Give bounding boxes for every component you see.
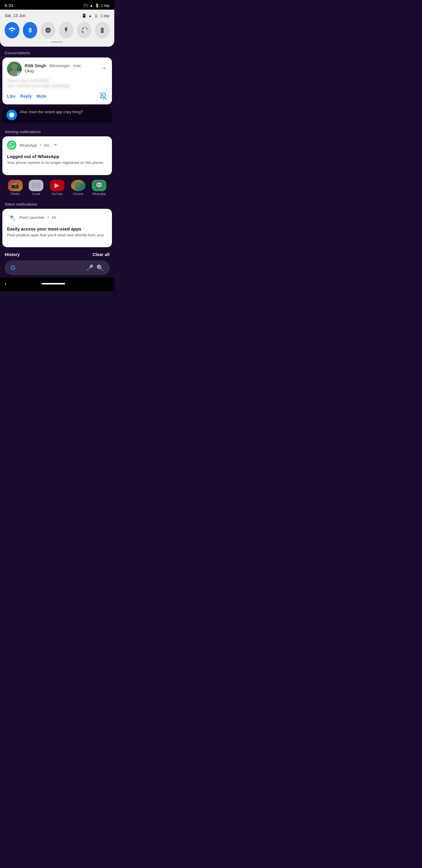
pixel-launcher-notif-body: Pixel predicts apps that you'll need nex… xyxy=(7,232,107,243)
mute-button[interactable]: Mute xyxy=(37,92,51,100)
battery-status-row: 📳 ▲ 🔋 1 day xyxy=(82,13,109,18)
bg-chat-bubble: Also, tried the recent app copy thing? xyxy=(2,107,112,123)
messenger-collapse-button[interactable] xyxy=(101,65,107,73)
google-g-icon: G xyxy=(10,264,15,272)
messenger-notif-left: Ritik Singh · Messenger · now Okay xyxy=(7,62,80,76)
messenger-badge xyxy=(17,71,22,76)
quick-settings-date-row: Sat, 13 Jun 📳 ▲ 🔋 1 day xyxy=(5,13,109,18)
whatsapp-app-name: WhatsApp xyxy=(19,143,37,148)
whatsapp-notification-card: WhatsApp • 6m Logged out of WhatsApp You… xyxy=(2,136,112,175)
messenger-notif-title: Ritik Singh · Messenger · now xyxy=(25,63,80,68)
battery-label-qs: 1 day xyxy=(100,13,109,18)
messenger-app-name: · Messenger · xyxy=(47,63,73,68)
messenger-blurred-preview: Please send screenshots Also, tried the … xyxy=(7,78,107,89)
svg-line-0 xyxy=(100,93,107,100)
battery-saver-toggle[interactable] xyxy=(95,22,109,38)
battery-label: 1 day xyxy=(101,3,109,8)
bg-app-youtube-label: YouTube xyxy=(51,192,63,195)
bg-chat-text: Also, tried the recent app copy thing? xyxy=(20,110,83,114)
quick-settings-panel: Sat, 13 Jun 📳 ▲ 🔋 1 day xyxy=(0,10,114,46)
nav-home-pill[interactable] xyxy=(42,283,65,284)
bottom-bar: History Clear all xyxy=(0,250,114,258)
pixel-launcher-notif-title: Easily access your most-used apps xyxy=(7,226,107,231)
whatsapp-notif-header: WhatsApp • 6m xyxy=(7,141,107,152)
pixel-launcher-notification-card: Pixel Launcher • 1h Easily access your m… xyxy=(2,209,112,247)
bg-app-photos: 📸 Photos xyxy=(7,180,23,195)
notifications-off-icon xyxy=(100,92,107,100)
bg-messenger-icon xyxy=(6,110,17,120)
back-button[interactable]: ‹ xyxy=(5,280,7,287)
bg-app-chrome-label: Chrome xyxy=(73,192,84,195)
messenger-time: now xyxy=(73,63,81,68)
quick-toggle-row xyxy=(5,22,109,38)
bg-app-whatsapp: 💬 WhatsApp xyxy=(91,180,107,195)
blurred-line-1: Please send screenshots xyxy=(7,78,107,83)
messenger-notification-card: Ritik Singh · Messenger · now Okay Pleas… xyxy=(2,58,112,104)
pixel-launcher-icon-row: Pixel Launcher • 1h xyxy=(7,213,56,222)
bg-app-gmail: ✉️ Gmail xyxy=(28,180,44,195)
google-mic-icon[interactable]: 🎤 xyxy=(86,264,94,271)
mute-icon-area xyxy=(100,92,107,100)
whatsapp-dot: • xyxy=(40,143,41,148)
dnd-toggle[interactable] xyxy=(41,22,55,38)
wifi-status-icon: ▲ xyxy=(90,3,93,8)
like-button[interactable]: Like xyxy=(7,92,20,100)
pixel-launcher-notif-header: Pixel Launcher • 1h xyxy=(7,213,107,225)
wifi-icon-qs: ▲ xyxy=(88,13,92,18)
alerting-label: Alerting notifications xyxy=(0,125,114,136)
conversations-label: Conversations xyxy=(0,46,114,58)
messenger-message: Okay xyxy=(25,69,80,73)
messenger-notif-title-group: Ritik Singh · Messenger · now Okay xyxy=(25,63,80,74)
sparkle-icon xyxy=(8,214,16,222)
silent-label: Silent notifications xyxy=(0,198,114,209)
google-search-bar[interactable]: G 🎤 🔍 xyxy=(5,260,109,275)
wifi-toggle[interactable] xyxy=(5,22,19,38)
messenger-action-buttons: Like Reply Mute xyxy=(7,92,107,100)
vibrate-icon-qs: 📳 xyxy=(82,13,87,18)
pixel-launcher-app-name: Pixel Launcher xyxy=(19,215,44,220)
status-time: 6:33 xyxy=(5,3,13,8)
avatar xyxy=(7,62,22,76)
history-button[interactable]: History xyxy=(5,252,20,257)
pixel-launcher-icon xyxy=(7,213,17,222)
whatsapp-collapse-button[interactable] xyxy=(53,142,58,149)
bg-app-youtube: ▶ YouTube xyxy=(49,180,65,195)
bg-app-photos-label: Photos xyxy=(10,192,20,195)
nav-bar: ‹ xyxy=(0,277,114,291)
bg-app-whatsapp-label: WhatsApp xyxy=(92,192,106,195)
whatsapp-icon-row: WhatsApp • 6m xyxy=(7,141,58,150)
whatsapp-app-icon xyxy=(7,141,17,150)
sender-name: Ritik Singh xyxy=(25,63,46,68)
google-lens-icon[interactable]: 🔍 xyxy=(96,264,104,271)
bluetooth-toggle[interactable] xyxy=(23,22,37,38)
bg-app-icons-row: 📸 Photos ✉️ Gmail ▶ YouTube 🌐 Chrome 💬 W… xyxy=(0,178,114,198)
status-icons: 📳 ▲ 🔋 1 day xyxy=(84,3,109,8)
reply-button[interactable]: Reply xyxy=(20,92,37,100)
flashlight-toggle[interactable] xyxy=(59,22,73,38)
drag-handle[interactable] xyxy=(51,41,63,42)
vibrate-icon: 📳 xyxy=(84,3,88,8)
clear-all-button[interactable]: Clear all xyxy=(93,252,109,257)
blurred-line-2: Also, tried the recent app copy thing? xyxy=(7,83,107,89)
status-bar: 6:33 📳 ▲ 🔋 1 day xyxy=(0,0,114,10)
pixel-launcher-dot: • xyxy=(47,215,49,220)
whatsapp-time: 6m xyxy=(44,143,50,148)
date-label: Sat, 13 Jun xyxy=(5,13,26,18)
bg-app-chrome: 🌐 Chrome xyxy=(70,180,86,195)
whatsapp-notif-title: Logged out of WhatsApp xyxy=(7,154,107,159)
rotate-toggle[interactable] xyxy=(77,22,92,38)
messenger-notif-header: Ritik Singh · Messenger · now Okay xyxy=(7,62,107,76)
pixel-launcher-time: 1h xyxy=(52,215,56,220)
whatsapp-notif-body: Your phone number is no longer registere… xyxy=(7,160,107,170)
battery-icon-qs: 🔋 xyxy=(94,13,98,18)
bg-app-gmail-label: Gmail xyxy=(32,192,40,195)
battery-icon: 🔋 xyxy=(95,3,99,8)
